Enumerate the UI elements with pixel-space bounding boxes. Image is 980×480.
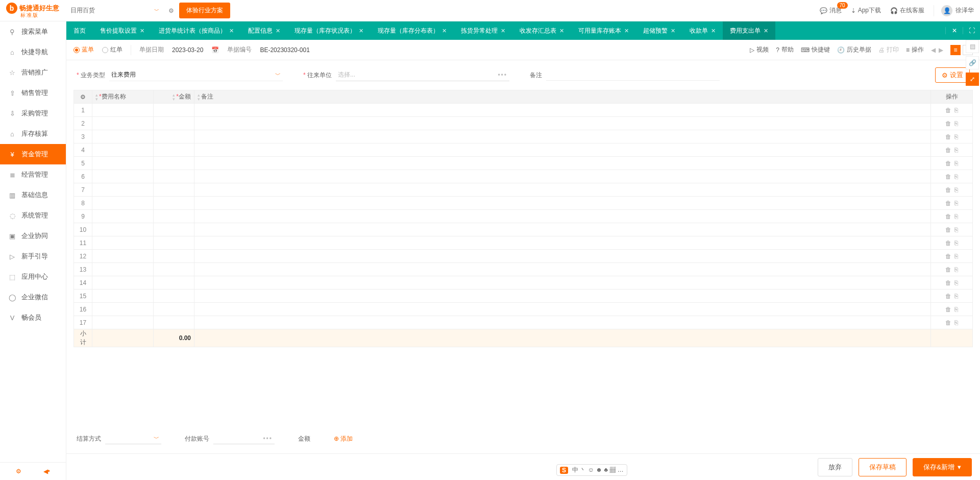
cell-fee[interactable] [92, 104, 154, 117]
sidebar-item[interactable]: ▷新手引导 [0, 246, 66, 267]
cell-fee[interactable] [92, 263, 154, 276]
save-draft-button[interactable]: 保存草稿 [859, 458, 906, 476]
col-config[interactable]: ⚙ [74, 90, 92, 104]
cell-fee[interactable] [92, 183, 154, 197]
table-row[interactable]: 16 🗑⎘ [74, 303, 973, 316]
tab[interactable]: 收发存汇总表✕ [512, 21, 571, 40]
cell-fee[interactable] [92, 276, 154, 290]
delete-icon[interactable]: 🗑 [945, 200, 951, 207]
date-value[interactable]: 2023-03-20 [172, 46, 203, 54]
cell-amount[interactable] [154, 170, 194, 183]
cell-amount[interactable] [154, 143, 194, 157]
cell-amount[interactable] [154, 290, 194, 303]
calendar-icon[interactable]: 📅 [211, 46, 219, 54]
cell-fee[interactable] [92, 210, 154, 223]
close-icon[interactable]: ✕ [359, 28, 363, 34]
sidebar-item[interactable]: ⌂快捷导航 [0, 42, 66, 62]
cell-fee[interactable] [92, 223, 154, 236]
close-icon[interactable]: ✕ [764, 28, 768, 34]
table-row[interactable]: 7 🗑⎘ [74, 183, 973, 197]
copy-icon[interactable]: ⎘ [954, 306, 958, 313]
print-link[interactable]: 🖨 打印 [878, 45, 899, 54]
copy-icon[interactable]: ⎘ [954, 239, 958, 247]
radio-red[interactable]: 红单 [102, 45, 122, 54]
cell-fee[interactable] [92, 250, 154, 263]
tab[interactable]: 超储预警✕ [636, 21, 682, 40]
cell-remark[interactable] [194, 290, 931, 303]
settings-icon[interactable]: ⚙ [16, 468, 21, 475]
settle-method-select[interactable]: ﹀ [105, 433, 161, 444]
copy-icon[interactable]: ⎘ [954, 266, 958, 273]
cell-remark[interactable] [194, 276, 931, 290]
cell-amount[interactable] [154, 157, 194, 170]
copy-icon[interactable]: ⎘ [954, 200, 958, 207]
support-link[interactable]: 🎧 在线客服 [890, 6, 924, 15]
cell-remark[interactable] [194, 316, 931, 329]
sidebar-item[interactable]: ¥资金管理 [0, 144, 66, 164]
tab[interactable]: 费用支出单✕ [723, 21, 775, 40]
remark-input[interactable] [546, 69, 720, 81]
delete-icon[interactable]: 🗑 [945, 213, 951, 220]
tab[interactable]: 可用量库存账本✕ [571, 21, 636, 40]
table-row[interactable]: 1 🗑⎘ [74, 104, 973, 117]
table-row[interactable]: 13 🗑⎘ [74, 263, 973, 276]
tab[interactable]: 首页 [66, 21, 93, 40]
sidebar-item[interactable]: ⇩采购管理 [0, 103, 66, 124]
delete-icon[interactable]: 🗑 [945, 306, 951, 313]
cell-amount[interactable] [154, 303, 194, 316]
sidebar-item[interactable]: ☆营销推广 [0, 62, 66, 83]
user-menu[interactable]: 👤 徐泽华 [934, 5, 974, 16]
prev-doc-icon[interactable]: ◀ [931, 46, 936, 54]
close-icon[interactable]: ✕ [229, 28, 234, 34]
col-amount[interactable]: ▴▾*金额 [154, 90, 194, 104]
tab[interactable]: 拣货异常处理✕ [454, 21, 512, 40]
table-row[interactable]: 12 🗑⎘ [74, 250, 973, 263]
delete-icon[interactable]: 🗑 [945, 266, 951, 273]
sidebar-item[interactable]: ≣经营管理 [0, 164, 66, 185]
table-row[interactable]: 6 🗑⎘ [74, 170, 973, 183]
tab[interactable]: 售价提取设置✕ [93, 21, 152, 40]
cell-amount[interactable] [154, 197, 194, 210]
close-icon[interactable]: ✕ [276, 28, 280, 34]
download-link[interactable]: ⇣ App下载 [851, 6, 881, 15]
copy-icon[interactable]: ⎘ [954, 186, 958, 194]
cell-amount[interactable] [154, 104, 194, 117]
cell-remark[interactable] [194, 236, 931, 250]
cell-remark[interactable] [194, 197, 931, 210]
delete-icon[interactable]: 🗑 [945, 120, 951, 127]
copy-icon[interactable]: ⎘ [954, 319, 958, 326]
cell-amount[interactable] [154, 236, 194, 250]
settings-button[interactable]: ⚙ 设置 [935, 67, 970, 83]
tab-close-all-button[interactable]: ✕ [945, 27, 963, 34]
tab-expand-button[interactable]: ⛶ [963, 27, 980, 34]
cell-fee[interactable] [92, 170, 154, 183]
tab[interactable]: 配置信息✕ [241, 21, 287, 40]
cell-amount[interactable] [154, 263, 194, 276]
close-icon[interactable]: ✕ [711, 28, 716, 34]
cell-remark[interactable] [194, 303, 931, 316]
tab[interactable]: 现存量（库存分布表）✕ [371, 21, 454, 40]
video-link[interactable]: ▷ 视频 [750, 45, 769, 54]
cell-fee[interactable] [92, 316, 154, 329]
cell-remark[interactable] [194, 170, 931, 183]
rail-note-icon[interactable]: ▤ [966, 40, 979, 53]
copy-icon[interactable]: ⎘ [954, 293, 958, 300]
copy-icon[interactable]: ⎘ [954, 107, 958, 114]
cell-fee[interactable] [92, 157, 154, 170]
table-row[interactable]: 10 🗑⎘ [74, 223, 973, 236]
copy-icon[interactable]: ⎘ [954, 173, 958, 180]
close-icon[interactable]: ✕ [671, 28, 675, 34]
table-row[interactable]: 4 🗑⎘ [74, 143, 973, 157]
rail-attach-icon[interactable]: 🔗 [966, 56, 979, 69]
cell-fee[interactable] [92, 290, 154, 303]
sidebar-item[interactable]: ⚲搜索菜单 [0, 21, 66, 42]
gear-icon[interactable]: ⚙ [168, 7, 174, 14]
table-row[interactable]: 3 🗑⎘ [74, 130, 973, 143]
cell-amount[interactable] [154, 276, 194, 290]
delete-icon[interactable]: 🗑 [945, 160, 951, 167]
sidebar-item[interactable]: ◯企业微信 [0, 287, 66, 307]
copy-icon[interactable]: ⎘ [954, 133, 958, 140]
sidebar-item[interactable]: ⬚应用中心 [0, 267, 66, 287]
radio-blue[interactable]: 蓝单 [74, 45, 94, 54]
industry-cta-button[interactable]: 体验行业方案 [179, 3, 230, 18]
